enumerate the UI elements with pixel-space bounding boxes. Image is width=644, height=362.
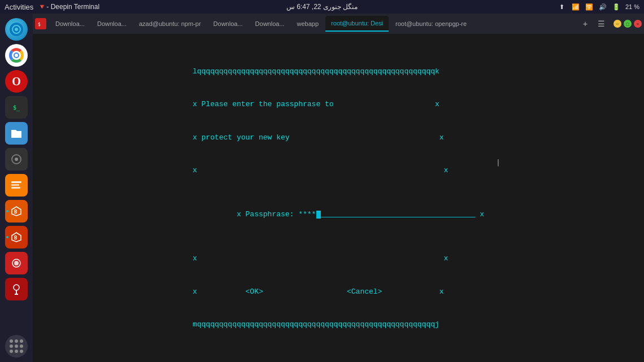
terminal-icon-text: $_ (13, 104, 20, 111)
dock-icon-burp2[interactable]: B (5, 226, 28, 248)
maximize-button[interactable]: □ (624, 20, 632, 28)
terminal-app-icon: $ (35, 18, 46, 29)
dialog-line6: x <OK> <Cancel> x (193, 286, 484, 298)
system-bar-right: ⬆ 📶 🛜 🔊 🔋 21 % (558, 2, 639, 11)
dialog-line4: x Passphrase: ****______________________… (193, 198, 484, 232)
apps-grid (10, 339, 23, 353)
svg-point-12 (14, 285, 19, 290)
close-button[interactable]: ✕ (634, 20, 642, 28)
svg-text:B: B (14, 209, 18, 215)
wifi-icon: 🛜 (585, 2, 594, 11)
volume-icon: 🔊 (598, 2, 607, 11)
tab-3[interactable]: Downloa... (208, 16, 249, 32)
dialog-border-bottom: mqqqqqqqqqqqqqqqqqqqqqqqqqqqqqqqqqqqqqqq… (193, 319, 484, 330)
dock-icon-terminal[interactable]: $_ (5, 96, 28, 119)
dock-icon-apps[interactable] (5, 335, 28, 357)
datetime-label: منگل جنوری 22, 6:47 س (286, 3, 358, 11)
dialog-passphrase-prefix: x Passphrase: **** (237, 210, 316, 219)
main-layout: O $_ B (0, 14, 644, 362)
svg-text:B: B (14, 235, 18, 241)
dock-icon-opera[interactable]: O (5, 70, 28, 93)
tab-6[interactable]: root@ubuntu: Desi (325, 16, 389, 32)
dialog-passphrase-underline: ___________________________________ (321, 210, 475, 219)
dialog-line1: x Please enter the passphrase to x (193, 99, 484, 110)
dock-icon-paint[interactable] (5, 278, 28, 300)
tab-2[interactable]: azad@ubuntu: npm-pr (133, 16, 207, 32)
terminal-window: $ Downloa... Downloa... azad@ubuntu: npm… (33, 14, 644, 362)
background-cursor: | (496, 158, 501, 167)
svg-rect-6 (11, 184, 19, 186)
minimize-button[interactable]: ─ (613, 20, 621, 28)
upload-icon: ⬆ (558, 2, 567, 11)
app-name-label: 🔻- Deepin Terminal (38, 3, 99, 11)
new-tab-button[interactable]: + (578, 17, 592, 30)
window-controls: ─ □ ✕ (613, 20, 642, 28)
svg-text:$: $ (38, 22, 41, 27)
tab-0[interactable]: Downloa... (50, 16, 90, 32)
tab-5[interactable]: webapp (291, 16, 325, 32)
dock-icon-record[interactable] (5, 252, 28, 274)
activities-label[interactable]: Activities (5, 3, 33, 11)
battery-icon: 🔋 (612, 2, 621, 11)
dialog-line3: x x (193, 165, 484, 176)
tab-bar-actions: + ☰ (578, 17, 608, 30)
active-indicator-burp2 (6, 236, 8, 238)
svg-point-11 (14, 261, 19, 265)
dock-icon-burp1[interactable]: B (5, 200, 28, 223)
system-bar-left: Activities 🔻- Deepin Terminal (5, 3, 99, 11)
tab-1[interactable]: Downloa... (92, 16, 132, 32)
tab-4[interactable]: Downloa... (250, 16, 290, 32)
passphrase-dialog: lqqqqqqqqqqqqqqqqqqqqqqqqqqqqqqqqqqqqqqq… (193, 44, 484, 352)
dock: O $_ B (0, 14, 33, 362)
dialog-line5: x x (193, 253, 484, 264)
tab-7[interactable]: root@ubuntu: openpgp-re (390, 16, 472, 32)
network-icon: 📶 (571, 2, 580, 11)
terminal-content[interactable]: | lqqqqqqqqqqqqqqqqqqqqqqqqqqqqqqqqqqqqq… (33, 34, 644, 362)
dialog-line2: x protect your new key x (193, 132, 484, 143)
svg-rect-5 (11, 181, 21, 183)
dock-icon-deepin[interactable] (5, 18, 28, 41)
active-indicator-burp1 (6, 210, 8, 212)
dock-icon-files[interactable] (5, 122, 28, 145)
dock-icon-chrome[interactable] (5, 44, 28, 67)
app-title[interactable]: 🔻- Deepin Terminal (38, 3, 99, 11)
tab-bar: $ Downloa... Downloa... azad@ubuntu: npm… (33, 14, 644, 34)
dialog-border-top: lqqqqqqqqqqqqqqqqqqqqqqqqqqqqqqqqqqqqqqq… (193, 66, 484, 77)
svg-point-2 (15, 28, 18, 31)
svg-rect-7 (11, 187, 20, 189)
dock-icon-audio[interactable] (5, 148, 28, 171)
dock-icon-sublime[interactable] (5, 174, 28, 197)
menu-button[interactable]: ☰ (594, 17, 608, 30)
dialog-passphrase-suffix: x (475, 210, 484, 219)
battery-label: 21 % (625, 3, 639, 10)
system-bar: Activities 🔻- Deepin Terminal منگل جنوری… (0, 0, 644, 14)
svg-point-4 (15, 158, 18, 161)
